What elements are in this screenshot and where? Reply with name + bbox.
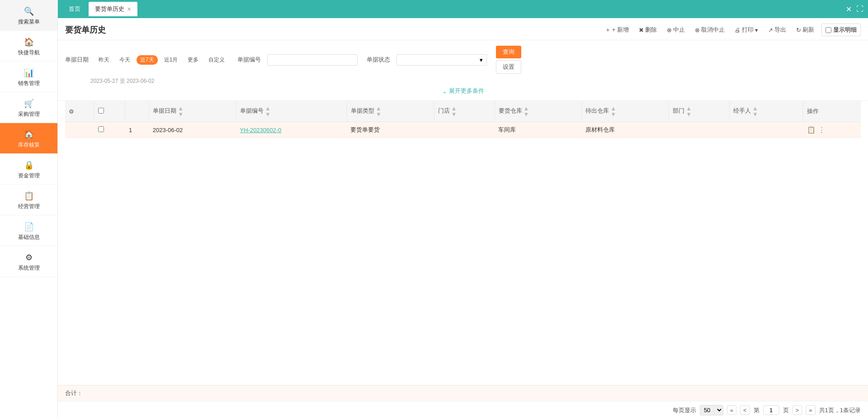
page-title: 要货单历史 <box>65 24 106 35</box>
cancel-stop-icon: ⊗ <box>695 27 700 33</box>
table-header: ⚙单据日期▲▼单据编号▲▼单据类型▲▼门店▲▼要货仓库▲▼待出仓库▲▼部门▲▼经… <box>65 101 861 122</box>
col-header-actions: 操作 <box>803 101 861 122</box>
prev-page-button[interactable]: < <box>740 405 750 415</box>
date-shortcut-last7days[interactable]: 近7天 <box>137 55 158 65</box>
next-page-button[interactable]: > <box>793 405 802 415</box>
select-all-checkbox[interactable] <box>98 108 104 114</box>
doc-no-filter-group: 单据编号 <box>237 54 358 66</box>
row-handler <box>729 122 803 138</box>
col-header-store[interactable]: 门店▲▼ <box>434 101 495 122</box>
display-detail-toggle[interactable]: 显示明细 <box>821 24 861 36</box>
sidebar-item-purchase-mgmt[interactable]: 🛒采购管理 <box>0 92 57 123</box>
export-button[interactable]: ↗ 导出 <box>765 25 789 35</box>
top-bar: 首页要货单历史✕ ✕ ⛶ <box>58 0 868 18</box>
print-dropdown-icon: ▾ <box>755 27 758 33</box>
sidebar-item-quick-nav[interactable]: 🏠快捷导航 <box>0 31 57 62</box>
per-page-label: 每页显示 <box>673 406 696 414</box>
sidebar-item-sales-mgmt[interactable]: 📊销售管理 <box>0 62 57 92</box>
filter-row-1: 单据日期 昨天今天近7天近1月更多自定义 单据编号 单据状态 ▾ 查询 <box>65 46 861 74</box>
table-area: ⚙单据日期▲▼单据编号▲▼单据类型▲▼门店▲▼要货仓库▲▼待出仓库▲▼部门▲▼经… <box>58 101 868 385</box>
row-settings <box>65 122 94 138</box>
row-department <box>669 122 730 138</box>
col-header-doc_type[interactable]: 单据类型▲▼ <box>347 101 434 122</box>
filter-actions: 查询 设置 <box>496 46 521 74</box>
total-label: 共1页，1条记录 <box>819 406 861 414</box>
sidebar-item-base-info[interactable]: 📄基础信息 <box>0 215 57 246</box>
sidebar-item-label: 库存核算 <box>18 141 40 149</box>
expand-more-button[interactable]: ⌄ 展开更多条件 <box>65 87 861 95</box>
row-num: 1 <box>125 122 149 138</box>
sidebar-item-label: 搜索菜单 <box>18 18 40 26</box>
doc-status-select[interactable]: ▾ <box>396 54 487 66</box>
sidebar-item-label: 系统管理 <box>18 264 40 272</box>
col-header-waiting_warehouse[interactable]: 待出仓库▲▼ <box>582 101 669 122</box>
inventory-icon: 🏠 <box>24 129 34 139</box>
sidebar-item-ops-mgmt[interactable]: 📋经营管理 <box>0 185 57 215</box>
row-req-warehouse: 车间库 <box>495 122 582 138</box>
doc-no-label: 单据编号 <box>237 56 261 64</box>
sidebar-item-sys-mgmt[interactable]: ⚙系统管理 <box>0 246 57 277</box>
doc-status-filter-group: 单据状态 ▾ <box>367 54 487 66</box>
purchase-mgmt-icon: 🛒 <box>24 99 34 109</box>
cancel-stop-button[interactable]: ⊗ 取消中止 <box>692 25 727 35</box>
stop-button[interactable]: ⊗ 中止 <box>664 25 688 35</box>
content-area: 要货单历史 ＋ + 新增 ✖ 删除 ⊗ 中止 ⊗ 取消中止 <box>58 18 868 419</box>
col-header-settings: ⚙ <box>65 101 94 122</box>
row-actions: 📋⋮ <box>803 122 861 138</box>
date-shortcut-today[interactable]: 今天 <box>116 55 134 65</box>
search-button[interactable]: 查询 <box>496 46 521 58</box>
date-filter-label: 单据日期 <box>65 56 89 64</box>
tab-close-icon[interactable]: ✕ <box>127 6 131 12</box>
sidebar-item-label: 资金管理 <box>18 172 40 180</box>
sidebar-item-finance-mgmt[interactable]: 🔒资金管理 <box>0 154 57 185</box>
toolbar: ＋ + 新增 ✖ 删除 ⊗ 中止 ⊗ 取消中止 🖨 打印 <box>602 24 861 36</box>
row-store <box>434 122 495 138</box>
col-header-department[interactable]: 部门▲▼ <box>669 101 730 122</box>
sidebar-item-inventory[interactable]: 🏠库存核算 <box>0 123 57 154</box>
new-button[interactable]: ＋ + 新增 <box>602 25 632 35</box>
date-shortcut-yesterday[interactable]: 昨天 <box>95 55 113 65</box>
col-header-handler[interactable]: 经手人▲▼ <box>729 101 803 122</box>
sidebar-item-search-menu[interactable]: 🔍搜索菜单 <box>0 0 57 31</box>
refresh-button[interactable]: ↻ 刷新 <box>793 25 817 35</box>
settings-button[interactable]: 设置 <box>496 60 521 74</box>
refresh-icon: ↻ <box>796 27 801 33</box>
col-header-doc_no[interactable]: 单据编号▲▼ <box>236 101 347 122</box>
col-header-req_warehouse[interactable]: 要货仓库▲▼ <box>495 101 582 122</box>
print-icon: 🖨 <box>735 27 741 33</box>
col-header-num <box>125 101 149 122</box>
delete-icon: ✖ <box>639 27 644 33</box>
row-checkbox[interactable] <box>98 126 104 132</box>
date-shortcut-more[interactable]: 更多 <box>184 55 202 65</box>
tab-requisition-history[interactable]: 要货单历史✕ <box>89 2 137 16</box>
sort-icon: ▲▼ <box>451 105 457 117</box>
fullscreen-icon[interactable]: ⛶ <box>856 5 863 13</box>
date-shortcut-last1month[interactable]: 近1月 <box>160 55 182 65</box>
tab-home[interactable]: 首页 <box>62 2 87 16</box>
first-page-button[interactable]: « <box>727 405 736 415</box>
search-menu-icon: 🔍 <box>24 6 34 16</box>
col-header-doc_date[interactable]: 单据日期▲▼ <box>149 101 236 122</box>
doc-no-input[interactable] <box>267 54 358 66</box>
top-bar-right: ✕ ⛶ <box>846 5 863 14</box>
per-page-select[interactable]: 102050100 <box>700 405 723 415</box>
date-shortcut-custom[interactable]: 自定义 <box>205 55 228 65</box>
row-doc-no: YH-20230602-0 <box>236 122 347 138</box>
more-icon[interactable]: ⋮ <box>818 126 825 134</box>
close-icon[interactable]: ✕ <box>846 5 852 14</box>
doc-no-link[interactable]: YH-20230602-0 <box>240 127 282 133</box>
table-settings-icon[interactable]: ⚙ <box>69 108 74 115</box>
page-input[interactable] <box>763 405 779 415</box>
sidebar-item-label: 经营管理 <box>18 203 40 210</box>
sidebar-item-label: 采购管理 <box>18 110 40 118</box>
export-icon: ↗ <box>768 27 773 33</box>
sidebar-item-label: 基础信息 <box>18 233 40 241</box>
display-detail-checkbox[interactable] <box>826 27 831 33</box>
print-button[interactable]: 🖨 打印 ▾ <box>732 25 761 35</box>
delete-button[interactable]: ✖ 删除 <box>636 25 660 35</box>
table-row: 12023-06-02YH-20230602-0要货单要货车间库原材料仓库📋⋮ <box>65 122 861 138</box>
sidebar-item-label: 快捷导航 <box>18 49 40 57</box>
edit-icon[interactable]: 📋 <box>807 126 816 134</box>
last-page-button[interactable]: » <box>806 405 815 415</box>
tab-label: 要货单历史 <box>95 5 124 13</box>
